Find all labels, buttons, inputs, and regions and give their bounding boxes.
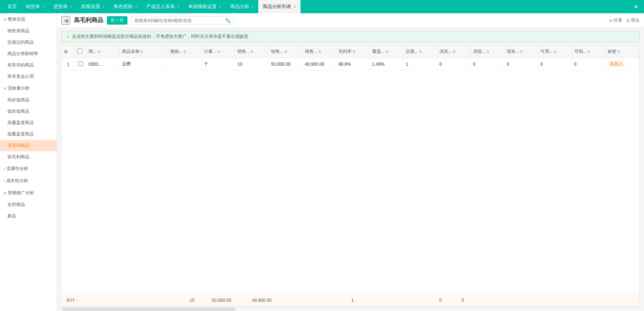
settings-icon[interactable]: ⚙ bbox=[64, 49, 68, 54]
col-header-salesAmt[interactable]: 销售...⇅ bbox=[269, 46, 302, 58]
col-header-browse2[interactable]: 浏览...⇅ bbox=[471, 46, 504, 58]
sidebar-item-1-3[interactable]: 低覆盖度商品 bbox=[0, 129, 57, 140]
sidebar-item-0-0[interactable]: 销售类商品 bbox=[0, 25, 57, 37]
sidebar-group-2[interactable]: ›流通性分析 bbox=[0, 163, 57, 175]
sidebar-item-0-3[interactable]: 有库存的商品 bbox=[0, 59, 57, 71]
sort-icon-coverage: ⇅ bbox=[385, 50, 388, 54]
nav-item-8[interactable]: 商品分析列表× bbox=[258, 0, 300, 13]
sidebar-item-1-1[interactable]: 低价值商品 bbox=[0, 106, 57, 117]
collapse-sidebar-btn[interactable]: ◀ bbox=[61, 16, 70, 25]
nav-close-4[interactable]: × bbox=[135, 4, 137, 9]
sidebar-group-3[interactable]: ›成长性分析 bbox=[0, 175, 57, 187]
content-header: ◀ 高毛利商品 近一月 🔍 ⎋ 分享 ⎙ 导出 bbox=[57, 13, 644, 28]
horizontal-scrollbar[interactable] bbox=[61, 307, 640, 311]
sidebar-item-1-5[interactable]: 低毛利商品 bbox=[0, 151, 57, 163]
col-header-name[interactable]: 商品名称⇅ bbox=[120, 46, 168, 58]
header-actions: ⎋ 分享 ⎙ 导出 bbox=[609, 17, 640, 23]
sort-icon-code: ⇅ bbox=[97, 50, 100, 54]
col-header-available[interactable]: 可用...⇅ bbox=[538, 46, 572, 58]
col-header-code[interactable]: 商...⇅ bbox=[86, 46, 120, 58]
sort-icon-salesCost: ⇅ bbox=[318, 50, 321, 54]
filter-period-btn[interactable]: 近一月 bbox=[107, 16, 127, 25]
sidebar-item-1-4[interactable]: 高毛利商品 bbox=[0, 140, 57, 151]
sidebar-item-4-1[interactable]: 新品 bbox=[0, 210, 57, 222]
nav-close-2[interactable]: × bbox=[70, 4, 72, 9]
col-header-browse1[interactable]: 浏览...⇅ bbox=[437, 46, 471, 58]
nav-item-2[interactable]: 进货单× bbox=[49, 0, 76, 13]
sort-icon-trade: ⇅ bbox=[419, 50, 422, 54]
sort-icon-unit: ⇅ bbox=[217, 50, 220, 54]
nav-item-7[interactable]: 商品分析× bbox=[226, 0, 258, 13]
sort-icon-name: ⇅ bbox=[140, 50, 143, 54]
cell-unit-0: 个 bbox=[201, 58, 235, 70]
group-label-0: 整体信息 bbox=[8, 16, 25, 22]
cell-saleable-0: 0 bbox=[572, 58, 605, 70]
col-header-unit[interactable]: 计量...⇅ bbox=[201, 46, 235, 58]
info-icon: ✦ bbox=[66, 34, 70, 39]
cell-salesCost-0: 49,900.00 bbox=[302, 58, 336, 70]
nav-close-1[interactable]: × bbox=[42, 4, 44, 9]
sidebar-item-4-0[interactable]: 全部商品 bbox=[0, 199, 57, 210]
cell-browse1-0: 0 bbox=[437, 58, 471, 70]
group-label-3: 成长性分析 bbox=[6, 178, 28, 184]
sidebar-group-1[interactable]: ∨贡献量分析 bbox=[0, 82, 57, 94]
group-arrow-1: ∨ bbox=[4, 86, 6, 90]
sort-icon-available: ⇅ bbox=[554, 50, 557, 54]
nav-item-0[interactable]: 首页 bbox=[3, 0, 21, 13]
group-label-2: 流通性分析 bbox=[6, 166, 28, 172]
cell-tag-0: 高收入 bbox=[605, 58, 639, 70]
global-close-btn[interactable]: ✕ bbox=[630, 3, 641, 10]
search-input[interactable] bbox=[134, 18, 225, 23]
tag-badge: 高收入 bbox=[608, 61, 625, 67]
sidebar-group-0[interactable]: ∨整体信息 bbox=[0, 13, 57, 25]
search-icon: 🔍 bbox=[225, 18, 231, 23]
cell-coverage-0: 1.49% bbox=[370, 58, 403, 70]
sidebar-item-0-4[interactable]: 库存资金占用 bbox=[0, 71, 57, 82]
nav-close-8[interactable]: × bbox=[294, 4, 296, 9]
col-header-tag[interactable]: 标签⇅ bbox=[605, 46, 639, 58]
nav-item-6[interactable]: 单据模板设置× bbox=[184, 0, 226, 13]
sort-icon-salesAmt: ⇅ bbox=[284, 50, 287, 54]
export-btn[interactable]: ⎙ 导出 bbox=[627, 17, 640, 23]
col-header-salesCost[interactable]: 销售...⇅ bbox=[302, 46, 336, 58]
col-header-current[interactable]: 现有...⇅ bbox=[504, 46, 538, 58]
col-header-salesQty[interactable]: 销售...⇅ bbox=[235, 46, 269, 58]
nav-item-3[interactable]: 权限设置× bbox=[77, 0, 109, 13]
nav-close-3[interactable]: × bbox=[102, 4, 105, 9]
col-header-saleable[interactable]: 可销...⇅ bbox=[572, 46, 605, 58]
top-nav: 首页销货单×进货单×权限设置×角色授权×产成品入库单×单据模板设置×商品分析×商… bbox=[0, 0, 644, 13]
export-icon: ⎙ bbox=[627, 18, 629, 23]
nav-close-5[interactable]: × bbox=[177, 4, 179, 9]
cell-trade-0: 1 bbox=[403, 58, 437, 70]
cell-spec-0 bbox=[168, 58, 202, 70]
sidebar-item-0-1[interactable]: 交易过的商品 bbox=[0, 37, 57, 48]
row-checkbox-0[interactable] bbox=[78, 61, 83, 66]
cell-grossRate-0: 99.8% bbox=[336, 58, 370, 70]
sidebar-group-4[interactable]: ∨营销推广分析 bbox=[0, 187, 57, 199]
nav-item-5[interactable]: 产成品入库单× bbox=[142, 0, 184, 13]
nav-item-4[interactable]: 角色授权× bbox=[109, 0, 141, 13]
sidebar-item-1-2[interactable]: 高覆盖度商品 bbox=[0, 117, 57, 129]
col-header-spec[interactable]: 规格...⇅ bbox=[168, 46, 202, 58]
col-header-trade[interactable]: 交易...⇅ bbox=[403, 46, 437, 58]
sort-icon-browse2: ⇅ bbox=[486, 50, 489, 54]
col-header-grossRate[interactable]: 毛利率⇅ bbox=[336, 46, 370, 58]
group-arrow-3: › bbox=[4, 179, 5, 183]
nav-close-6[interactable]: × bbox=[219, 4, 221, 9]
select-all-checkbox[interactable] bbox=[78, 49, 82, 54]
cell-available-0: 0 bbox=[538, 58, 572, 70]
group-label-1: 贡献量分析 bbox=[8, 85, 30, 91]
nav-item-1[interactable]: 销货单× bbox=[21, 0, 49, 13]
cell-salesQty-0: 10 bbox=[235, 58, 269, 70]
table-row: 10000...运费个1050,000.0049,900.0099.8%1.49… bbox=[62, 58, 639, 70]
search-box: 🔍 bbox=[131, 16, 234, 25]
sidebar-item-1-0[interactable]: 高价值商品 bbox=[0, 94, 57, 106]
table-footer: 合计： 10 50,000.00 49,900.00 1 0 0 bbox=[61, 294, 640, 307]
share-btn[interactable]: ⎋ 分享 bbox=[609, 17, 622, 23]
cell-browse2-0: 0 bbox=[471, 58, 504, 70]
nav-close-7[interactable]: × bbox=[252, 4, 254, 9]
content-area: ◀ 高毛利商品 近一月 🔍 ⎋ 分享 ⎙ 导出 bbox=[57, 13, 644, 311]
cell-salesAmt-0: 50,000.00 bbox=[269, 58, 302, 70]
col-header-coverage[interactable]: 覆盖...⇅ bbox=[370, 46, 403, 58]
sidebar-item-0-2[interactable]: 商品分类助销率 bbox=[0, 48, 57, 59]
